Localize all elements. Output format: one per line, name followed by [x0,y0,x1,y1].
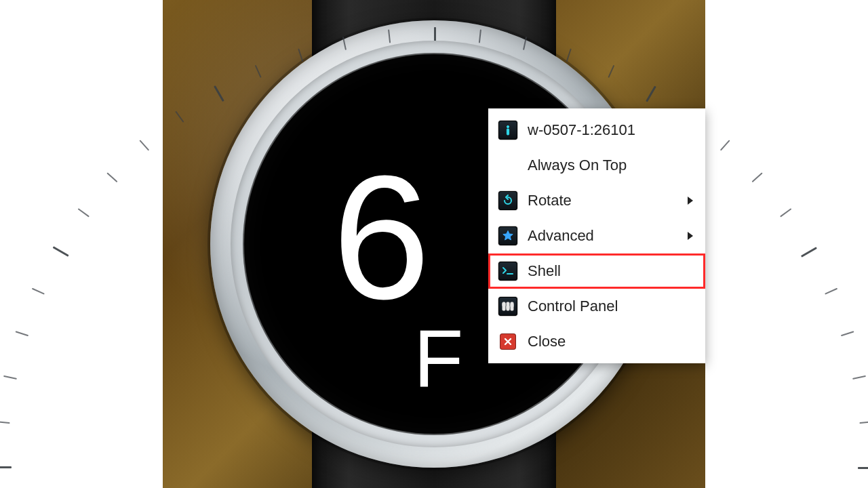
menu-item-rotate[interactable]: Rotate [488,183,705,218]
menu-item-label: Close [528,333,696,350]
svg-rect-1 [507,129,509,135]
close-icon [498,331,518,352]
svg-point-0 [507,125,509,127]
submenu-arrow-icon [688,232,693,240]
menu-item-label: Rotate [528,192,678,209]
svg-rect-6 [507,306,509,308]
menu-item-advanced[interactable]: Advanced [488,218,705,253]
menu-item-shell[interactable]: Shell [488,253,705,289]
menu-item-control-panel[interactable]: Control Panel [488,289,705,324]
menu-item-label: Always On Top [528,157,696,174]
menu-item-label: Control Panel [528,298,696,315]
menu-item-info[interactable]: w-0507-1:26101 [488,113,705,148]
menu-item-close[interactable]: Close [488,324,705,359]
star-icon [498,226,518,246]
sliders-icon [498,296,518,317]
info-icon [498,120,518,140]
emulator-context-menu: w-0507-1:26101 Always On Top Rotate Ad [488,108,705,363]
terminal-icon [498,261,518,281]
menu-item-label: Shell [528,262,696,280]
watchface-day-fragment: F [414,312,463,405]
menu-item-label: w-0507-1:26101 [528,121,696,139]
rotate-icon [498,190,518,211]
emulator-stage: 6 M F w-0507-1:26101 Always On Top [163,0,705,488]
submenu-arrow-icon [688,197,693,205]
svg-rect-7 [511,304,513,306]
menu-item-always-on-top[interactable]: Always On Top [488,148,705,183]
svg-rect-5 [502,304,505,306]
watchface-hour-digit: 6 [332,149,431,325]
menu-item-label: Advanced [528,227,678,245]
